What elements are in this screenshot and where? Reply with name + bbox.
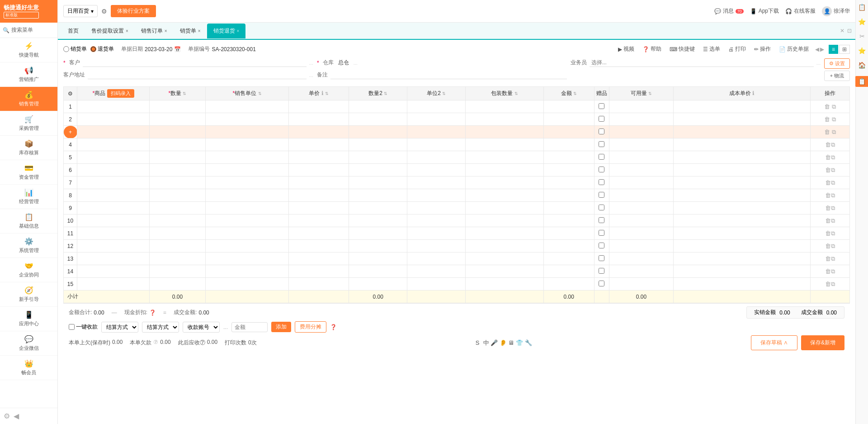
one-click-checkbox[interactable] [69,324,75,330]
gift-checkbox[interactable] [599,205,604,210]
sidebar-item-inventory[interactable]: 📦 库存核算 [0,136,57,160]
sidebar-item-enterprise[interactable]: 🤝 企业协同 [0,258,57,282]
salesperson-input[interactable] [590,58,814,67]
gift-checkbox[interactable] [599,217,604,223]
copy-row-btn[interactable]: ⧉ [831,154,835,161]
gift-checkbox[interactable] [599,192,604,198]
prev-icon[interactable]: ◀ [815,46,819,52]
sidebar-item-wechat[interactable]: 💬 企业微信 [0,331,57,356]
sidebar-item-system[interactable]: ⚙️ 系统管理 [0,233,57,258]
copy-row-btn[interactable]: ⧉ [831,243,835,250]
exp-plan-btn[interactable]: 体验行业方案 [111,5,156,17]
tab-sales-bill[interactable]: 销货单 × [174,24,207,38]
delete-row-btn[interactable]: 🗑 [824,129,830,135]
video-btn[interactable]: ▶ 视频 [616,44,636,54]
rp-icon-5[interactable]: 🏠 [858,62,866,69]
address-dots[interactable]: ... [309,72,313,78]
tab-sales-order[interactable]: 销售订单 × [135,24,174,38]
salesperson-dots[interactable]: ... [816,60,821,66]
gift-checkbox[interactable] [599,129,604,134]
unit-price-sort-icon[interactable]: ⇅ [325,91,329,96]
customer-dots[interactable]: ... [309,60,313,66]
available-cell[interactable] [609,113,673,126]
sidebar-item-newuser[interactable]: 🧭 新手引导 [0,282,57,307]
delete-row-btn[interactable]: 🗑 [824,116,830,123]
close-tab-icon[interactable]: ✕ [840,28,844,34]
topbar-gear-icon[interactable]: ⚙ [101,8,107,15]
tab-home[interactable]: 首页 [61,24,85,38]
sales-unit-cell[interactable] [205,113,288,126]
order-debt-help[interactable]: ⑦ [153,339,158,347]
sidebar-item-finance[interactable]: 💳 资金管理 [0,160,57,185]
delete-row-btn[interactable]: 🗑 [825,205,831,211]
fenpai-btn[interactable]: 费用分摊 [295,321,326,333]
discount-help-icon[interactable]: ❓ [149,310,156,316]
rp-icon-3[interactable]: ✂ [859,33,865,40]
tab-close-icon[interactable]: × [126,29,128,33]
delete-row-btn[interactable]: 🗑 [824,103,830,110]
delete-row-btn[interactable]: 🗑 [825,230,831,237]
save-draft-btn[interactable]: 保存草稿 ∧ [751,335,797,350]
rp-icon-4[interactable]: ⭐ [858,47,866,54]
print-btn[interactable]: 🖨 打印 [726,44,748,54]
unit2-sort-icon[interactable]: ⇅ [442,91,446,96]
address-input[interactable] [88,71,307,79]
qty-cell[interactable] [150,113,206,126]
product-cell[interactable] [77,100,150,113]
unit2-cell[interactable] [407,126,466,138]
sidebar-item-member[interactable]: 👑 畅会员 [0,356,57,380]
add-payment-btn[interactable]: 添加 [271,322,291,332]
cost-price-info-icon[interactable]: ℹ [752,90,755,96]
sidebar-item-sales[interactable]: 💰 销售管理 [0,87,57,111]
gift-cell[interactable] [594,113,609,126]
remark-input[interactable] [330,71,567,79]
cost-price-cell[interactable] [674,113,811,126]
scan-input-btn[interactable]: 扫码录入 [107,89,134,98]
gift-checkbox[interactable] [599,230,604,236]
unit-price-info-icon[interactable]: ℹ [321,90,324,96]
operation-btn[interactable]: ✏ 操作 [752,44,773,54]
delete-row-btn[interactable]: 🗑 [825,179,831,186]
gift-checkbox[interactable] [599,154,604,160]
rp-icon-1[interactable]: 📋 [858,4,866,11]
gift-checkbox[interactable] [599,167,604,172]
amount-sort-icon[interactable]: ⇅ [573,91,577,96]
copy-row-btn[interactable]: ⧉ [831,205,835,212]
tab-close-icon[interactable]: × [165,29,167,33]
copy-row-btn[interactable]: ⧉ [832,116,836,123]
sales-unit-sort-icon[interactable]: ⇅ [258,91,262,96]
amount-cell[interactable] [543,113,594,126]
available-cell[interactable] [609,100,673,113]
product-input[interactable] [79,129,147,135]
product-cell-active[interactable] [77,126,150,138]
settings-btn[interactable]: ⚙ 设置 [824,58,850,69]
delete-row-btn[interactable]: 🗑 [825,255,831,262]
unit-price-cell[interactable] [289,100,349,113]
rp-icon-2[interactable]: ⭐ [858,18,866,25]
sidebar-item-ops[interactable]: 📊 经营管理 [0,185,57,209]
sales-unit-cell[interactable] [205,100,288,113]
sidebar-item-quick-nav[interactable]: ⚡ 快捷导航 [0,38,57,62]
copy-row-btn[interactable]: ⧉ [831,268,835,275]
return-bill-radio[interactable]: 退货单 [90,45,114,53]
amount-input[interactable] [231,322,268,332]
available-sort-icon[interactable]: ⇅ [648,91,652,96]
customer-input[interactable] [83,58,307,67]
unit2-cell[interactable] [407,113,466,126]
tab-price-set[interactable]: 售价提取设置 × [85,24,135,38]
copy-row-btn[interactable]: ⧉ [831,141,835,148]
gift-checkbox[interactable] [599,268,604,274]
industry-selector[interactable]: 日用百货 ▾ [63,5,98,17]
save-new-btn[interactable]: 保存&新增 [801,335,844,350]
delete-row-btn[interactable]: 🗑 [825,243,831,249]
account-dots[interactable]: ... [223,324,228,330]
history-btn[interactable]: 📄 历史单据 [777,44,811,54]
account-select[interactable]: 收款账号 [183,322,220,333]
copy-row-btn[interactable]: ⧉ [831,167,835,174]
qty-cell[interactable] [150,100,206,113]
qty2-cell[interactable] [349,126,407,138]
sales-bill-radio-input[interactable] [63,46,69,52]
table-gear-icon[interactable]: ⚙ [68,91,73,97]
pack-qty-sort-icon[interactable]: ⇅ [514,91,518,96]
delete-row-btn[interactable]: 🗑 [825,217,831,224]
